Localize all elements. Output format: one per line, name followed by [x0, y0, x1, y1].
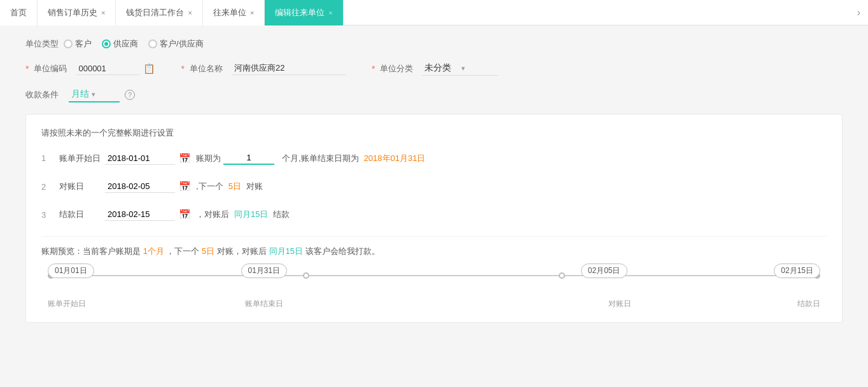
tl-node-3: 02月15日 [774, 264, 820, 296]
row-1-desc-prefix: 账期为 [196, 153, 221, 164]
preview-middle1: ，下一个 [166, 246, 199, 256]
tab-close-sales-history[interactable]: × [101, 9, 105, 17]
radio-both[interactable]: 客户/供应商 [148, 38, 204, 50]
payment-dropdown[interactable]: 月结 ▾ [69, 87, 120, 102]
preview-part3: 同月15日 [269, 246, 303, 256]
tl-node-2: 02月05日 [434, 264, 774, 296]
code-calendar-icon[interactable]: 📋 [143, 63, 155, 74]
timeline-badges-row: 01月01日 01月31日 02月05日 02月15日 [48, 264, 820, 296]
settings-instruction: 请按照未来的一个完整帐期进行设置 [41, 127, 827, 139]
name-label: 单位名称 [190, 63, 223, 74]
timeline-labels-row: 账单开始日 账单结束日 对账日 结款日 [48, 299, 820, 309]
code-required-star: * [25, 64, 29, 74]
name-required-star: * [181, 64, 184, 74]
row-3-highlight2: 同月15日 [234, 209, 268, 220]
tab-close-partner-units[interactable]: × [250, 9, 254, 17]
row-3-date-input[interactable] [105, 208, 175, 221]
row-2-highlight1: 5日 [228, 181, 241, 192]
tl-node-1: 01月31日 [94, 264, 434, 296]
preview-label: 账期预览：当前客户账期是 [41, 246, 141, 256]
setting-row-2: 2 对账日 📅 ,下一个 5日 对账 [41, 180, 827, 193]
preview-part2: 5日 [202, 246, 214, 256]
code-label: 单位编码 [34, 63, 67, 74]
unit-code-field: * 单位编码 📋 [25, 62, 155, 75]
page-content: 单位类型 客户 供应商 客户/供应商 * 单位编码 📋 * 单位名称 [0, 25, 868, 387]
row-2-num: 2 [41, 182, 59, 192]
help-icon[interactable]: ? [125, 90, 135, 100]
tab-close-edit-partner[interactable]: × [328, 9, 332, 17]
row-1-desc-suffix: 个月,账单结束日期为 [282, 153, 359, 164]
payment-row: 收款条件 月结 ▾ ? [25, 87, 843, 102]
preview-text: 账期预览：当前客户账期是 1个月 ，下一个 5日 对账，对账后 同月15日 该客… [41, 246, 827, 257]
radio-supplier-circle [102, 39, 111, 48]
row-2-date-field: 📅 [105, 180, 191, 193]
payment-dropdown-arrow: ▾ [92, 90, 95, 99]
row-2-desc-prefix: ,下一个 [196, 181, 223, 192]
unit-type-radio-group: 客户 供应商 客户/供应商 [64, 38, 204, 50]
row-3-date-field: 📅 [105, 208, 191, 221]
unit-type-label: 单位类型 [25, 38, 59, 50]
tab-sales-history[interactable]: 销售订单历史 × [38, 0, 116, 25]
radio-supplier[interactable]: 供应商 [102, 38, 138, 50]
row-1-type: 账单开始日 [59, 153, 105, 164]
category-dropdown-arrow: ▾ [461, 64, 496, 73]
radio-customer-circle [64, 39, 73, 48]
tl-badge-0: 01月01日 [48, 264, 94, 278]
tab-close-cash-work[interactable]: × [188, 9, 192, 17]
preview-part1: 1个月 [143, 246, 164, 256]
row-1-period-input[interactable] [223, 151, 274, 165]
tabs-scroll-right[interactable]: › [850, 7, 868, 18]
radio-customer[interactable]: 客户 [64, 38, 92, 50]
category-dropdown[interactable]: 未分类 ▾ [422, 61, 498, 76]
code-name-category-row: * 单位编码 📋 * 单位名称 * 单位分类 未分类 ▾ [25, 61, 843, 76]
tl-label-0: 账单开始日 [48, 299, 86, 309]
setting-row-1: 1 账单开始日 📅 账期为 个月,账单结束日期为 2018年01月31日 [41, 151, 827, 165]
code-input[interactable] [76, 62, 139, 75]
tab-home[interactable]: 首页 [0, 0, 38, 25]
setting-row-3: 3 结款日 📅 ，对账后 同月15日 结款 [41, 208, 827, 221]
tl-node-0: 01月01日 [48, 264, 94, 296]
tab-partner-units[interactable]: 往来单位 × [203, 0, 265, 25]
unit-name-field: * 单位名称 [181, 62, 346, 75]
preview-middle2: 对账，对账后 [217, 246, 267, 256]
unit-type-row: 单位类型 客户 供应商 客户/供应商 [25, 38, 843, 50]
row-3-num: 3 [41, 210, 59, 220]
tl-label-3: 结款日 [797, 299, 820, 309]
row-3-desc-prefix: ，对账后 [196, 209, 229, 220]
row-2-calendar-icon[interactable]: 📅 [179, 181, 191, 192]
settings-card: 请按照未来的一个完整帐期进行设置 1 账单开始日 📅 账期为 个月,账单结束日期… [25, 114, 843, 323]
cat-required-star: * [372, 64, 375, 74]
radio-both-circle [148, 39, 157, 48]
row-1-date-field: 📅 [105, 152, 191, 165]
cat-label: 单位分类 [380, 63, 413, 74]
tl-badge-3: 02月15日 [774, 264, 820, 278]
row-2-type: 对账日 [59, 181, 105, 192]
payment-label: 收款条件 [25, 89, 59, 101]
row-1-num: 1 [41, 153, 59, 163]
tl-label-1: 账单结束日 [86, 299, 442, 309]
row-2-desc-suffix: 对账 [246, 181, 263, 192]
row-1-highlight: 2018年01月31日 [364, 153, 426, 164]
tab-cash-work[interactable]: 钱货日清工作台 × [116, 0, 202, 25]
tabs-bar: 首页 销售订单历史 × 钱货日清工作台 × 往来单位 × 编辑往来单位 × › [0, 0, 868, 25]
row-1-date-input[interactable] [105, 152, 175, 165]
tl-label-2: 对账日 [442, 299, 797, 309]
row-3-desc-suffix: 结款 [273, 209, 290, 220]
tl-badge-1: 01月31日 [241, 264, 288, 278]
tl-badge-2: 02月05日 [581, 264, 627, 278]
tab-edit-partner[interactable]: 编辑往来单位 × [265, 0, 343, 25]
row-3-type: 结款日 [59, 209, 105, 220]
name-input[interactable] [232, 62, 346, 75]
unit-category-field: * 单位分类 未分类 ▾ [372, 61, 498, 76]
row-1-calendar-icon[interactable]: 📅 [179, 153, 191, 164]
row-3-calendar-icon[interactable]: 📅 [179, 209, 191, 220]
preview-end: 该客户会给我打款。 [305, 246, 380, 256]
row-2-date-input[interactable] [105, 180, 175, 193]
